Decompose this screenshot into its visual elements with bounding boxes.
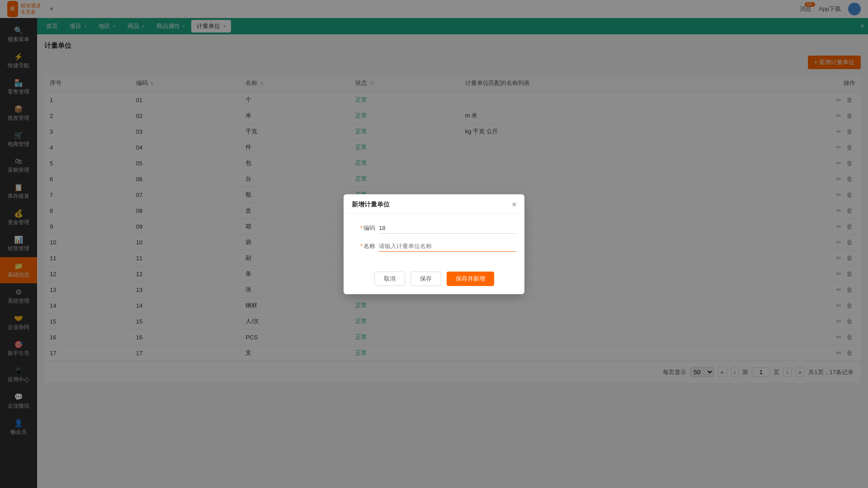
modal-overlay: 新增计量单位 × 编码 名称 取消 保存 保存并新增 <box>0 0 868 488</box>
modal-footer: 取消 保存 保存并新增 <box>344 266 524 294</box>
cancel-button[interactable]: 取消 <box>374 272 405 286</box>
name-row: 名称 <box>352 241 516 252</box>
code-input[interactable] <box>379 223 516 234</box>
save-new-button[interactable]: 保存并新增 <box>447 272 494 286</box>
modal-title: 新增计量单位 <box>352 201 390 209</box>
name-label: 名称 <box>352 242 379 250</box>
modal-body: 编码 名称 <box>344 214 524 266</box>
modal-close-button[interactable]: × <box>512 201 516 209</box>
save-button[interactable]: 保存 <box>410 272 441 286</box>
code-row: 编码 <box>352 223 516 234</box>
modal-header: 新增计量单位 × <box>344 194 524 214</box>
name-input[interactable] <box>379 241 516 252</box>
code-label: 编码 <box>352 224 379 232</box>
add-unit-modal: 新增计量单位 × 编码 名称 取消 保存 保存并新增 <box>344 194 524 294</box>
